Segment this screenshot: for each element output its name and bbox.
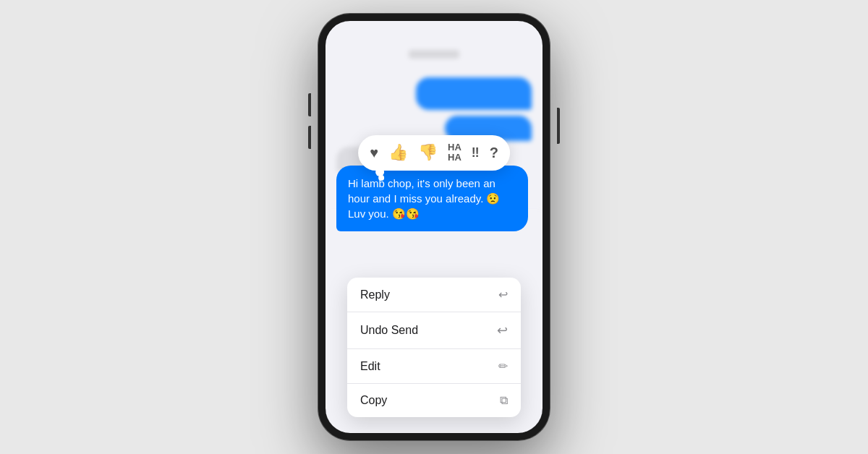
volume-up-button — [308, 93, 311, 116]
reaction-bar: ♥ 👍 👎 HAHA ‼ ? — [358, 135, 510, 171]
message-bubble: Hi lamb chop, it's only been an hour and… — [336, 166, 528, 231]
volume-down-button — [308, 126, 311, 149]
undo-send-icon: ↩ — [497, 322, 508, 338]
exclamation-reaction-icon[interactable]: ‼ — [472, 145, 480, 160]
copy-icon: ⧉ — [500, 394, 508, 407]
edit-label: Edit — [360, 360, 380, 373]
edit-icon: ✏ — [498, 359, 508, 373]
heart-reaction-icon[interactable]: ♥ — [370, 145, 378, 161]
thumbs-up-reaction-icon[interactable]: 👍 — [388, 143, 408, 162]
thumbs-down-reaction-icon[interactable]: 👎 — [418, 143, 438, 162]
reply-icon: ↩ — [498, 288, 508, 301]
copy-label: Copy — [360, 394, 387, 407]
reply-menu-item[interactable]: Reply ↩ — [347, 278, 521, 312]
phone-mockup: ♥ 👍 👎 HAHA ‼ ? Hi lamb chop, it's only b… — [318, 14, 550, 440]
power-button — [557, 108, 560, 144]
phone-screen: ♥ 👍 👎 HAHA ‼ ? Hi lamb chop, it's only b… — [326, 21, 542, 433]
context-menu: Reply ↩ Undo Send ↩ Edit ✏ Copy ⧉ — [347, 278, 521, 417]
undo-send-label: Undo Send — [360, 324, 418, 337]
phone-frame: ♥ 👍 👎 HAHA ‼ ? Hi lamb chop, it's only b… — [318, 14, 550, 440]
reply-label: Reply — [360, 288, 390, 301]
edit-menu-item[interactable]: Edit ✏ — [347, 349, 521, 384]
message-text: Hi lamb chop, it's only been an hour and… — [348, 177, 500, 220]
reaction-tail — [375, 168, 384, 176]
copy-menu-item[interactable]: Copy ⧉ — [347, 384, 521, 417]
question-reaction-icon[interactable]: ? — [490, 145, 498, 161]
undo-send-menu-item[interactable]: Undo Send ↩ — [347, 312, 521, 349]
haha-reaction-icon[interactable]: HAHA — [448, 142, 461, 163]
